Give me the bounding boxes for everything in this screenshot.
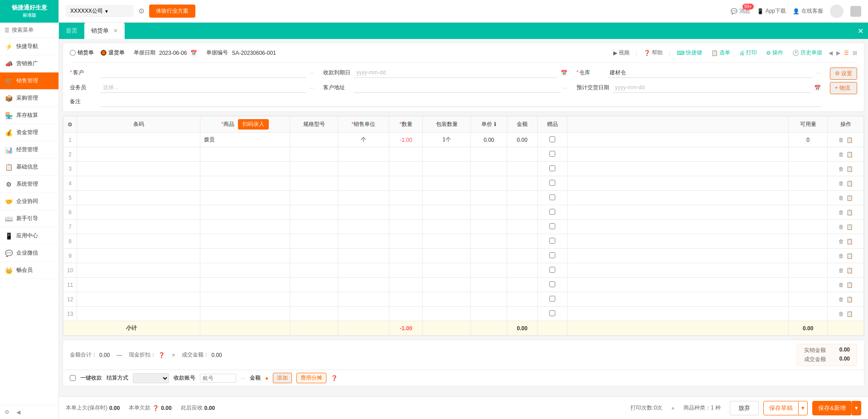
sidebar-item-quick-nav[interactable]: ⚡ 快捷导航 bbox=[0, 38, 58, 55]
row-amount[interactable] bbox=[507, 176, 538, 191]
row-barcode[interactable] bbox=[77, 162, 200, 176]
sidebar-item-app-center[interactable]: 📱 应用中心 bbox=[0, 227, 58, 245]
online-service-button[interactable]: 👤 在线客服 bbox=[793, 7, 823, 15]
row-amount[interactable] bbox=[507, 278, 538, 292]
row-unit[interactable] bbox=[338, 220, 389, 234]
delivery-calendar-icon[interactable]: 📅 bbox=[814, 85, 821, 91]
row-gift[interactable] bbox=[537, 191, 567, 205]
row-amount[interactable] bbox=[507, 249, 538, 263]
row-price[interactable] bbox=[470, 234, 507, 249]
row-gift[interactable] bbox=[537, 147, 567, 162]
sidebar-item-operations[interactable]: 📊 经营管理 bbox=[0, 141, 58, 159]
sidebar-item-marketing[interactable]: 📣 营销推广 bbox=[0, 55, 58, 72]
row-barcode[interactable] bbox=[77, 278, 200, 292]
row-copy-icon[interactable]: 📋 bbox=[846, 137, 853, 143]
row-amount[interactable] bbox=[507, 234, 538, 249]
row-barcode[interactable] bbox=[77, 191, 200, 205]
row-product[interactable] bbox=[200, 176, 290, 191]
payment-date-input[interactable] bbox=[354, 67, 557, 78]
row-pkg-qty[interactable] bbox=[423, 220, 471, 234]
sidebar-item-inventory[interactable]: 🏪 库存核算 bbox=[0, 107, 58, 124]
customer-input[interactable] bbox=[101, 67, 306, 78]
logistics-button[interactable]: + 物流 bbox=[830, 82, 857, 94]
row-amount[interactable] bbox=[507, 147, 538, 162]
user-avatar[interactable] bbox=[830, 5, 844, 18]
sidebar-item-wechat[interactable]: 💬 企业微信 bbox=[0, 245, 58, 262]
row-pkg-qty[interactable]: 1个 bbox=[423, 133, 471, 147]
row-qty[interactable] bbox=[389, 162, 423, 176]
help-btn[interactable]: ❓ 帮助 bbox=[641, 48, 665, 58]
customer-more-icon[interactable]: ··· bbox=[310, 70, 314, 76]
tab-sales-order[interactable]: 销货单 ✕ bbox=[84, 23, 125, 39]
row-price[interactable] bbox=[470, 307, 507, 321]
prev-icon[interactable]: ◀ bbox=[829, 50, 833, 56]
row-barcode[interactable] bbox=[77, 249, 200, 263]
save-new-dropdown[interactable]: ▾ bbox=[852, 401, 861, 415]
row-barcode[interactable] bbox=[77, 220, 200, 234]
row-delete-icon[interactable]: 🗑 bbox=[839, 137, 844, 143]
row-barcode[interactable] bbox=[77, 205, 200, 220]
video-btn[interactable]: ▶ 视频 bbox=[611, 48, 632, 58]
row-unit[interactable] bbox=[338, 307, 389, 321]
row-spec[interactable] bbox=[290, 234, 338, 249]
historical-balance-icon[interactable]: ❓ bbox=[152, 405, 159, 411]
row-product[interactable] bbox=[200, 191, 290, 205]
sidebar-item-finance[interactable]: 💰 资金管理 bbox=[0, 124, 58, 141]
row-product[interactable]: 拨贡 bbox=[200, 133, 290, 147]
sidebar-item-sales[interactable]: 🛒 销售管理 bbox=[0, 72, 58, 90]
account-input[interactable] bbox=[200, 374, 236, 383]
scan-button[interactable]: 扫码录入 bbox=[238, 119, 269, 130]
row-spec[interactable] bbox=[290, 249, 338, 263]
row-qty[interactable] bbox=[389, 307, 423, 321]
delivery-date-input[interactable] bbox=[613, 82, 810, 93]
row-price[interactable] bbox=[470, 263, 507, 278]
row-qty[interactable] bbox=[389, 147, 423, 162]
row-pkg-qty[interactable] bbox=[423, 307, 471, 321]
discount-help-icon[interactable]: ❓ bbox=[158, 352, 165, 358]
expense-help-icon[interactable]: ❓ bbox=[331, 375, 338, 381]
row-barcode[interactable] bbox=[77, 292, 200, 307]
row-unit[interactable] bbox=[338, 191, 389, 205]
row-delete-icon[interactable]: 🗑 bbox=[839, 267, 844, 274]
row-pkg-qty[interactable] bbox=[423, 147, 471, 162]
row-product[interactable] bbox=[200, 263, 290, 278]
row-spec[interactable] bbox=[290, 307, 338, 321]
row-gift[interactable] bbox=[537, 249, 567, 263]
row-pkg-qty[interactable] bbox=[423, 205, 471, 220]
warehouse-input[interactable] bbox=[607, 67, 813, 78]
row-spec[interactable] bbox=[290, 133, 338, 147]
row-price[interactable] bbox=[470, 147, 507, 162]
row-copy-icon[interactable]: 📋 bbox=[846, 238, 853, 245]
row-gift[interactable] bbox=[537, 234, 567, 249]
row-pkg-qty[interactable] bbox=[423, 292, 471, 307]
row-product[interactable] bbox=[200, 307, 290, 321]
radio-return[interactable]: 退货单 bbox=[101, 49, 125, 57]
radio-return-input[interactable] bbox=[101, 50, 107, 56]
row-unit[interactable]: 个 bbox=[338, 133, 389, 147]
row-qty[interactable] bbox=[389, 263, 423, 278]
row-gift[interactable] bbox=[537, 133, 567, 147]
row-barcode[interactable] bbox=[77, 234, 200, 249]
row-copy-icon[interactable]: 📋 bbox=[846, 180, 853, 187]
row-price[interactable] bbox=[470, 292, 507, 307]
row-qty[interactable] bbox=[389, 249, 423, 263]
row-qty[interactable] bbox=[389, 292, 423, 307]
row-qty[interactable] bbox=[389, 220, 423, 234]
row-copy-icon[interactable]: 📋 bbox=[846, 253, 853, 259]
sidebar-item-system[interactable]: ⚙ 系统管理 bbox=[0, 176, 58, 193]
row-unit[interactable] bbox=[338, 162, 389, 176]
row-amount[interactable] bbox=[507, 307, 538, 321]
row-barcode[interactable] bbox=[77, 307, 200, 321]
row-amount[interactable] bbox=[507, 162, 538, 176]
next-icon[interactable]: ▶ bbox=[836, 50, 840, 56]
row-spec[interactable] bbox=[290, 147, 338, 162]
row-gift[interactable] bbox=[537, 176, 567, 191]
row-price[interactable] bbox=[470, 176, 507, 191]
shortcut-btn[interactable]: ⌨ 快捷键 bbox=[674, 48, 705, 58]
trial-button[interactable]: 体验行业方案 bbox=[149, 5, 195, 18]
row-product[interactable] bbox=[200, 292, 290, 307]
row-unit[interactable] bbox=[338, 278, 389, 292]
row-spec[interactable] bbox=[290, 263, 338, 278]
radio-sales-input[interactable] bbox=[70, 50, 76, 56]
row-price[interactable]: 0.00 bbox=[470, 133, 507, 147]
